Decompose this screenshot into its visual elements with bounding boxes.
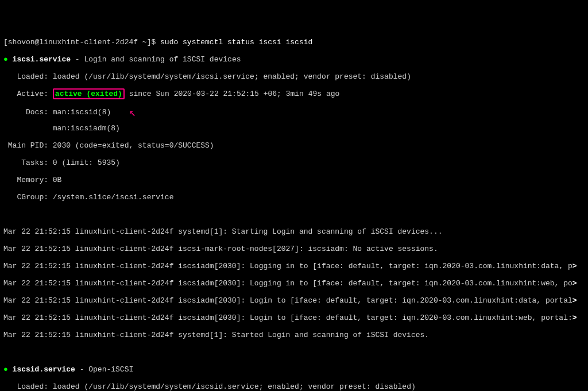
continuation-icon: > bbox=[572, 313, 577, 322]
arrow-icon: ↖ bbox=[129, 106, 136, 119]
continuation-icon: > bbox=[572, 296, 577, 305]
log-line: Mar 22 21:52:15 linuxhint-client-2d24f s… bbox=[3, 331, 585, 339]
mainpid-line: Main PID: 2030 (code=exited, status=0/SU… bbox=[3, 141, 585, 150]
prompt-userhost: [shovon@linuxhint-client-2d24f ~]$ bbox=[3, 38, 156, 47]
service-name: iscsid.service bbox=[13, 365, 75, 374]
tasks-line: Tasks: 0 (limit: 5935) bbox=[3, 158, 585, 167]
loaded-line: Loaded: loaded (/usr/lib/systemd/system/… bbox=[3, 382, 585, 391]
cgroup-line: CGroup: /system.slice/iscsi.service bbox=[3, 193, 585, 202]
log-line: Mar 22 21:52:15 linuxhint-client-2d24f s… bbox=[3, 227, 585, 236]
service-header: ● iscsid.service - Open-iSCSI bbox=[3, 365, 585, 374]
prompt-command: sudo systemctl status iscsi iscsid bbox=[156, 38, 312, 47]
service-desc: - Open-iSCSI bbox=[75, 365, 133, 374]
log-line: Mar 22 21:52:15 linuxhint-client-2d24f i… bbox=[3, 279, 585, 288]
active-line: Active: active (exited) since Sun 2020-0… bbox=[3, 90, 585, 98]
bullet-icon: ● bbox=[3, 55, 13, 64]
blank-line bbox=[3, 210, 585, 219]
docs-line: Docs: man:iscsid(8) ↖ bbox=[3, 107, 585, 115]
memory-line: Memory: 0B bbox=[3, 176, 585, 184]
service-desc: - Login and scanning of iSCSI devices bbox=[71, 55, 241, 64]
log-line: Mar 22 21:52:15 linuxhint-client-2d24f i… bbox=[3, 245, 585, 253]
log-line: Mar 22 21:52:15 linuxhint-client-2d24f i… bbox=[3, 313, 585, 322]
bullet-icon: ● bbox=[3, 365, 13, 374]
active-state-highlight: active (exited) bbox=[53, 88, 125, 99]
service-name: iscsi.service bbox=[13, 55, 71, 64]
prompt-line: [shovon@linuxhint-client-2d24f ~]$ sudo … bbox=[3, 38, 585, 47]
continuation-icon: > bbox=[572, 279, 577, 288]
log-line: Mar 22 21:52:15 linuxhint-client-2d24f i… bbox=[3, 296, 585, 305]
log-line: Mar 22 21:52:15 linuxhint-client-2d24f i… bbox=[3, 262, 585, 270]
blank-line bbox=[3, 348, 585, 357]
docs-line2: man:iscsiadm(8) bbox=[3, 124, 585, 133]
continuation-icon: > bbox=[572, 262, 577, 270]
loaded-line: Loaded: loaded (/usr/lib/systemd/system/… bbox=[3, 72, 585, 81]
service-header: ● iscsi.service - Login and scanning of … bbox=[3, 55, 585, 64]
